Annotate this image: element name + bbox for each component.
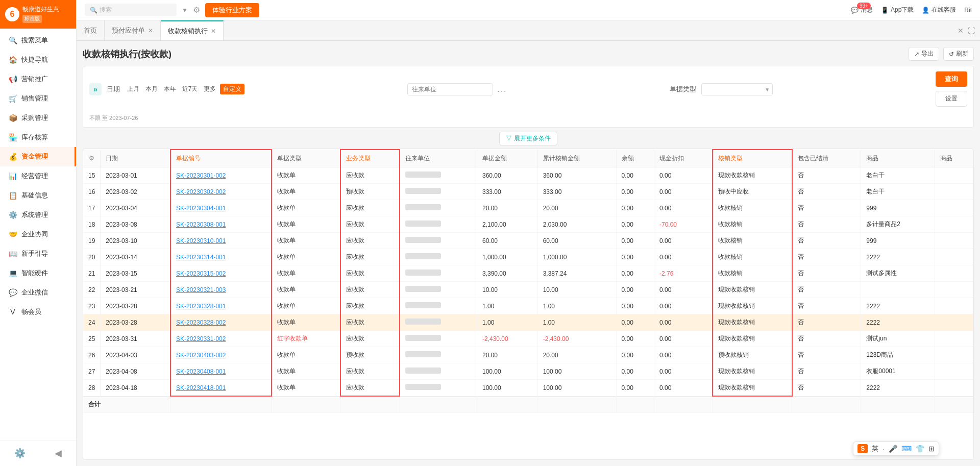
message-btn[interactable]: 💬 消息 99+ xyxy=(851,6,873,14)
row-date: 2023-03-01 xyxy=(101,167,170,184)
row-bill-no[interactable]: SK-20230403-002 xyxy=(170,347,272,363)
close-window-icon[interactable]: ✕ xyxy=(958,27,964,35)
tab-prepay-close-icon[interactable]: ✕ xyxy=(148,27,153,34)
table-row[interactable]: 25 2023-03-31 SK-20230331-002 红字收款单 应收款 … xyxy=(83,331,973,347)
table-row[interactable]: 17 2023-03-04 SK-20230304-001 收款单 应收款 20… xyxy=(83,200,973,216)
row-unit xyxy=(400,363,477,380)
date-this-month[interactable]: 本月 xyxy=(143,84,160,94)
row-bill-no[interactable]: SK-20230408-001 xyxy=(170,363,272,380)
table-row[interactable]: 24 2023-03-28 SK-20230328-002 收款单 应收款 1.… xyxy=(83,314,973,331)
tab-home[interactable]: 首页 xyxy=(77,20,105,40)
row-bill-no[interactable]: SK-20230418-001 xyxy=(170,380,272,397)
search-icon: 🔍 xyxy=(90,7,97,14)
table-row[interactable]: 20 2023-03-14 SK-20230314-001 收款单 应收款 1,… xyxy=(83,249,973,265)
date-last-month[interactable]: 上月 xyxy=(125,84,141,94)
row-bill-no[interactable]: SK-20230304-001 xyxy=(170,200,272,216)
row-goods2 xyxy=(935,331,973,347)
row-bill-no[interactable]: SK-20230308-001 xyxy=(170,216,272,233)
row-bill-no[interactable]: SK-20230310-001 xyxy=(170,233,272,249)
row-biz-type: 应收款 xyxy=(340,200,400,216)
row-bill-no[interactable]: SK-20230331-002 xyxy=(170,331,272,347)
ime-skin-icon[interactable]: 👕 xyxy=(916,445,924,453)
row-bill-no[interactable]: SK-20230328-001 xyxy=(170,298,272,314)
sidebar-item-wechat[interactable]: 💬 企业微信 xyxy=(0,283,76,302)
row-balance: 0.00 xyxy=(616,331,654,347)
sidebar-item-shortcut[interactable]: 🏠 快捷导航 xyxy=(0,50,76,69)
unit-input[interactable] xyxy=(407,83,493,95)
row-bill-type: 收款单 xyxy=(272,233,341,249)
sidebar-item-inventory[interactable]: 🏪 库存核算 xyxy=(0,128,76,147)
table-row[interactable]: 22 2023-03-21 SK-20230321-003 收款单 应收款 10… xyxy=(83,282,973,298)
ime-keyboard-icon[interactable]: ⌨ xyxy=(901,445,912,453)
sidebar-item-guide[interactable]: 📖 新手引导 xyxy=(0,244,76,263)
filter-setting-btn[interactable]: 设置 xyxy=(936,91,967,107)
row-amount: 60.00 xyxy=(477,233,537,249)
column-settings-icon[interactable]: ⚙ xyxy=(89,155,94,162)
industry-btn[interactable]: 体验行业方案 xyxy=(205,3,259,17)
sidebar-item-system[interactable]: ⚙️ 系统管理 xyxy=(0,205,76,225)
sidebar-item-marketing[interactable]: 📢 营销推广 xyxy=(0,69,76,89)
user-profile-btn[interactable]: Rit xyxy=(964,7,972,14)
table-row[interactable]: 27 2023-04-08 SK-20230408-001 收款单 应收款 10… xyxy=(83,363,973,380)
data-table-container: ⚙ 日期 单据编号 单据类型 业务类型 往来单位 单据金额 累计核销金额 余额 … xyxy=(83,149,974,460)
query-btn[interactable]: 查询 xyxy=(936,71,967,87)
date-this-year[interactable]: 本年 xyxy=(162,84,178,94)
table-row[interactable]: 16 2023-03-02 SK-20230302-002 收款单 预收款 33… xyxy=(83,184,973,200)
customer-service-btn[interactable]: 👤 在线客服 xyxy=(922,6,956,14)
app-download-btn[interactable]: 📱 App下载 xyxy=(881,6,914,14)
sidebar-item-hardware[interactable]: 💻 智能硬件 xyxy=(0,263,76,283)
sidebar-item-sales[interactable]: 🛒 销售管理 xyxy=(0,89,76,108)
date-more[interactable]: 更多 xyxy=(202,84,218,94)
sidebar-item-enterprise[interactable]: 🤝 企业协同 xyxy=(0,225,76,244)
row-biz-type: 应收款 xyxy=(340,298,400,314)
row-bill-no[interactable]: SK-20230321-003 xyxy=(170,282,272,298)
sidebar-item-operations[interactable]: 📊 经营管理 xyxy=(0,166,76,186)
sidebar-item-basic[interactable]: 📋 基础信息 xyxy=(0,186,76,205)
ime-grid-icon[interactable]: ⊞ xyxy=(928,445,935,453)
page-header: 收款核销执行(按收款) ↗ 导出 ↺ 刷新 xyxy=(83,47,974,61)
tab-prepay[interactable]: 预付应付单 ✕ xyxy=(105,20,161,40)
sidebar-item-finance[interactable]: 💰 资金管理 xyxy=(0,147,76,166)
ime-mic-icon[interactable]: 🎤 xyxy=(889,445,897,453)
type-select[interactable] xyxy=(701,83,773,95)
table-row[interactable]: 15 2023-03-01 SK-20230301-002 收款单 应收款 36… xyxy=(83,167,973,184)
home-icon: 🏠 xyxy=(8,55,17,64)
sidebar-item-search[interactable]: 🔍 搜索菜单 xyxy=(0,31,76,50)
date-custom-btn[interactable]: 自定义 xyxy=(220,84,244,94)
table-row[interactable]: 19 2023-03-10 SK-20230310-001 收款单 应收款 60… xyxy=(83,233,973,249)
row-biz-type: 应收款 xyxy=(340,167,400,184)
row-bill-no[interactable]: SK-20230328-002 xyxy=(170,314,272,331)
table-row[interactable]: 23 2023-03-28 SK-20230328-001 收款单 应收款 1.… xyxy=(83,298,973,314)
date-last-7days[interactable]: 近7天 xyxy=(180,84,200,94)
row-date: 2023-03-10 xyxy=(101,233,170,249)
row-bill-type: 收款单 xyxy=(272,265,341,282)
sidebar-item-vip[interactable]: V 畅会员 xyxy=(0,302,76,322)
settings-bottom-icon[interactable]: ⚙️ xyxy=(12,446,28,461)
collapse-icon[interactable]: ◀ xyxy=(53,446,64,461)
expand-conditions-btn[interactable]: ▽ 展开更多条件 xyxy=(499,132,557,145)
topbar-search[interactable]: 🔍 搜索 xyxy=(85,4,177,16)
unit-dots[interactable]: ... xyxy=(497,85,507,94)
export-btn[interactable]: ↗ 导出 xyxy=(909,47,939,61)
row-date: 2023-03-28 xyxy=(101,314,170,331)
row-balance: 0.00 xyxy=(616,216,654,233)
table-row[interactable]: 18 2023-03-08 SK-20230308-001 收款单 应收款 2,… xyxy=(83,216,973,233)
filter-toggle-btn[interactable]: » xyxy=(89,83,102,95)
row-discount: 0.00 xyxy=(654,298,713,314)
row-bill-no[interactable]: SK-20230314-001 xyxy=(170,249,272,265)
row-bill-no[interactable]: SK-20230302-002 xyxy=(170,184,272,200)
table-row[interactable]: 21 2023-03-15 SK-20230315-002 收款单 应收款 3,… xyxy=(83,265,973,282)
gear-icon[interactable]: ⚙ xyxy=(193,5,200,15)
tab-collection[interactable]: 收款核销执行 ✕ xyxy=(161,20,224,40)
maximize-icon[interactable]: ⛶ xyxy=(968,27,975,35)
refresh-btn[interactable]: ↺ 刷新 xyxy=(943,47,974,61)
row-bill-no[interactable]: SK-20230301-002 xyxy=(170,167,272,184)
row-cum-amount: 360.00 xyxy=(537,167,616,184)
dropdown-arrow-icon[interactable]: ▼ xyxy=(182,7,188,14)
table-row[interactable]: 26 2023-04-03 SK-20230403-002 收款单 预收款 20… xyxy=(83,347,973,363)
table-row[interactable]: 28 2023-04-18 SK-20230418-001 收款单 应收款 10… xyxy=(83,380,973,397)
row-bill-no[interactable]: SK-20230315-002 xyxy=(170,265,272,282)
row-cum-amount: 2,030.00 xyxy=(537,216,616,233)
sidebar-item-purchase[interactable]: 📦 采购管理 xyxy=(0,108,76,128)
tab-collection-close-icon[interactable]: ✕ xyxy=(211,28,216,35)
